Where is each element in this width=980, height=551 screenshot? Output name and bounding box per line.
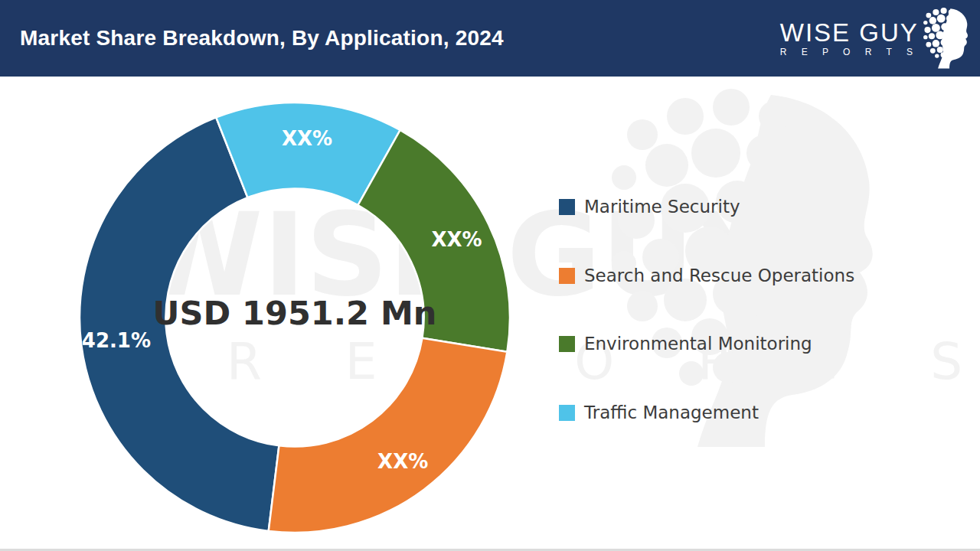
brand-logo: WISE GUY R E P O R T S	[780, 5, 972, 71]
logo-tagline: R E P O R T S	[780, 47, 919, 57]
legend-item-search-and-rescue-operations: Search and Rescue Operations	[559, 266, 854, 287]
header-bar: Market Share Breakdown, By Application, …	[0, 0, 980, 77]
page-title: Market Share Breakdown, By Application, …	[20, 26, 504, 51]
segment-value-label: XX%	[432, 228, 482, 251]
segment-value-label: XX%	[282, 127, 332, 150]
legend-swatch-maritime-security	[559, 199, 575, 215]
legend-item-maritime-security: Maritime Security	[559, 197, 854, 218]
legend-swatch-traffic-management	[559, 405, 575, 421]
legend-item-environmental-monitoring: Environmental Monitoring	[559, 334, 854, 355]
legend-label: Search and Rescue Operations	[584, 266, 854, 287]
legend-label: Traffic Management	[584, 403, 759, 424]
legend-item-traffic-management: Traffic Management	[559, 403, 854, 424]
legend-label: Maritime Security	[584, 197, 740, 218]
legend: Maritime Security Search and Rescue Oper…	[559, 197, 854, 423]
logo-text: WISE GUY R E P O R T S	[780, 20, 919, 57]
segment-value-label: XX%	[377, 450, 428, 473]
legend-swatch-environmental-monitoring	[559, 336, 575, 352]
legend-swatch-search-and-rescue-operations	[559, 268, 575, 284]
segment-value-label: 42.1%	[82, 329, 151, 352]
legend-label: Environmental Monitoring	[584, 334, 812, 355]
logo-wordmark: WISE GUY	[780, 20, 919, 45]
donut-segment-search-and-rescue-operations	[269, 338, 508, 533]
infographic: Market Share Breakdown, By Application, …	[0, 0, 980, 551]
wise-guy-face-icon	[920, 5, 972, 71]
chart-center-value: USD 1951.2 Mn	[142, 297, 448, 330]
